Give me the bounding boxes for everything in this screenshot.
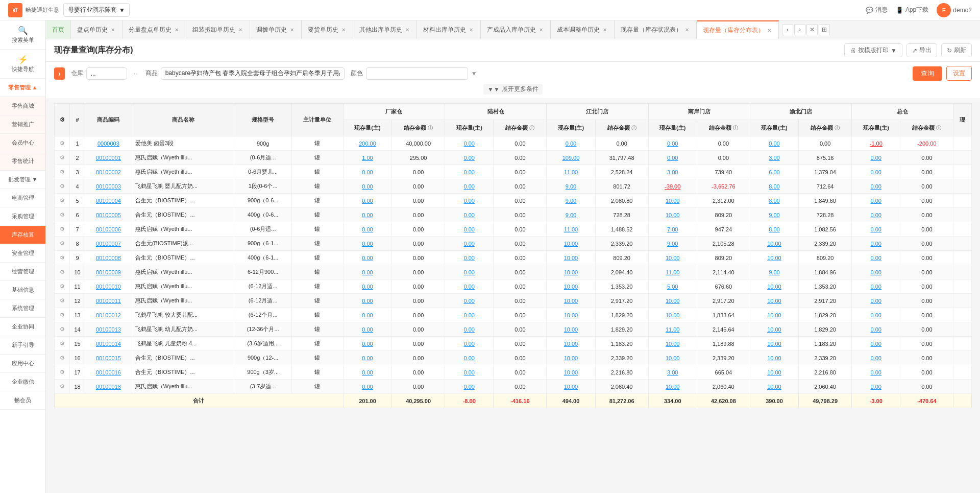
sidebar-item-retail-stats[interactable]: 零售统计 bbox=[0, 152, 45, 171]
sidebar-item-search[interactable]: 🔍 搜索英单 bbox=[0, 20, 45, 50]
sidebar-item-mall[interactable]: 零售商城 bbox=[0, 97, 45, 115]
sidebar-item-nav[interactable]: ⚡ 快捷导航 bbox=[0, 50, 45, 79]
row-factory-qty: 0.00 bbox=[343, 179, 391, 194]
gear-cell[interactable]: ⚙ bbox=[55, 136, 70, 151]
gear-cell[interactable]: ⚙ bbox=[55, 251, 70, 265]
tab-expand-btn[interactable]: ⊞ bbox=[819, 24, 830, 35]
operations-label: 经营管理 bbox=[12, 268, 34, 274]
row-unit: 罐 bbox=[291, 251, 343, 265]
sidebar-item-inventory[interactable]: 库存核算 bbox=[0, 226, 45, 244]
sidebar-item-operations[interactable]: 经营管理 bbox=[0, 263, 45, 281]
gear-cell[interactable]: ⚙ bbox=[55, 308, 70, 322]
close-icon[interactable]: ✕ bbox=[237, 26, 243, 34]
close-icon[interactable]: ✕ bbox=[340, 26, 347, 34]
gear-cell[interactable]: ⚙ bbox=[55, 194, 70, 208]
table-wrapper: ⚙ # 商品编码 商品名称 规格型号 主计量单位 厂家仓 陆村仓 江北门店 南岸… bbox=[46, 99, 980, 493]
industry-selector[interactable]: 母婴行业演示陈套 ▼ bbox=[63, 3, 130, 17]
row-jiangbei-qty: 109.00 bbox=[547, 151, 595, 165]
row-name: 合生元（BIOSTIME）... bbox=[132, 208, 234, 222]
row-total-amt: 0.00 bbox=[900, 265, 953, 279]
gear-cell[interactable]: ⚙ bbox=[55, 222, 70, 237]
row-yubei-amt: 1,082.56 bbox=[799, 222, 852, 237]
sidebar-item-wechat[interactable]: 企业微信 bbox=[0, 373, 45, 391]
tab-stock-dist[interactable]: 现存量（库存分布表） ✕ bbox=[697, 20, 779, 39]
avatar: E bbox=[937, 3, 951, 17]
tab-transfer[interactable]: 调拨单历史 ✕ bbox=[250, 20, 302, 39]
sidebar-item-collab[interactable]: 企业协同 bbox=[0, 318, 45, 336]
row-nanan-amt: 0.00 bbox=[697, 151, 750, 165]
sidebar-item-wholesale[interactable]: 批发管理 ▼ bbox=[0, 171, 45, 189]
tab-cost-adjust[interactable]: 成本调整单历史 ✕ bbox=[551, 20, 615, 39]
close-icon[interactable]: ✕ bbox=[289, 26, 295, 34]
gear-cell[interactable]: ⚙ bbox=[55, 337, 70, 351]
expand-filter-button[interactable]: › bbox=[54, 67, 65, 80]
sidebar-item-member[interactable]: 会员中心 bbox=[0, 134, 45, 152]
message-action[interactable]: 💬 消息 bbox=[866, 6, 888, 14]
close-icon[interactable]: ✕ bbox=[766, 27, 772, 34]
row-total-amt: 0.00 bbox=[900, 365, 953, 380]
row-lu-qty: 0.00 bbox=[445, 208, 494, 222]
close-icon[interactable]: ✕ bbox=[538, 26, 544, 34]
sidebar-item-appstore[interactable]: 应用中心 bbox=[0, 355, 45, 373]
gear-cell[interactable]: ⚙ bbox=[55, 179, 70, 194]
product-input[interactable] bbox=[161, 67, 345, 80]
sidebar-item-vip[interactable]: 畅会员 bbox=[0, 391, 45, 410]
sidebar-item-marketing[interactable]: 营销推广 bbox=[0, 115, 45, 134]
close-icon[interactable]: ✕ bbox=[404, 26, 410, 34]
sidebar-item-label: 搜索英单 bbox=[12, 37, 34, 43]
app-download-action[interactable]: 📱 App下载 bbox=[896, 6, 928, 14]
tab-material-out[interactable]: 材料出库单历史 ✕ bbox=[417, 20, 481, 39]
search-button[interactable]: 查询 bbox=[913, 66, 942, 81]
close-icon[interactable]: ✕ bbox=[468, 26, 474, 34]
close-icon[interactable]: ✕ bbox=[602, 26, 608, 34]
gear-cell[interactable]: ⚙ bbox=[55, 365, 70, 380]
sidebar-item-ecommerce[interactable]: 电商管理 bbox=[0, 189, 45, 207]
row-lu-qty: 0.00 bbox=[445, 351, 494, 365]
close-icon[interactable]: ✕ bbox=[174, 26, 180, 34]
color-input[interactable] bbox=[366, 67, 468, 80]
sidebar-item-purchase[interactable]: 采购管理 bbox=[0, 207, 45, 226]
gear-cell[interactable]: ⚙ bbox=[55, 279, 70, 294]
close-icon[interactable]: ✕ bbox=[110, 26, 116, 34]
sidebar-item-guide[interactable]: 新手引导 bbox=[0, 336, 45, 355]
user-area[interactable]: E demo2 bbox=[937, 3, 972, 17]
gear-cell[interactable]: ⚙ bbox=[55, 294, 70, 308]
tab-home[interactable]: 首页 bbox=[46, 20, 71, 39]
tab-assembly[interactable]: 组装拆卸单历史 ✕ bbox=[186, 20, 250, 39]
tab-partial-check[interactable]: 分量盘点单历史 ✕ bbox=[122, 20, 186, 39]
page-header: 现存量查询(库存分布) 🖨 按模版打印 ▼ ↗ 导出 ↻ 刷新 bbox=[46, 39, 980, 62]
sidebar-item-finance[interactable]: 资金管理 bbox=[0, 244, 45, 263]
tab-prev-btn[interactable]: ‹ bbox=[782, 24, 793, 35]
gear-cell[interactable]: ⚙ bbox=[55, 351, 70, 365]
warehouse-input[interactable] bbox=[86, 67, 127, 80]
expand-conditions-button[interactable]: ▼▼ 展开更多条件 bbox=[483, 84, 543, 95]
export-button[interactable]: ↗ 导出 bbox=[906, 43, 937, 57]
gear-cell[interactable]: ⚙ bbox=[55, 208, 70, 222]
gear-cell[interactable]: ⚙ bbox=[55, 237, 70, 251]
row-factory-amt: 0.00 bbox=[392, 279, 445, 294]
tab-other-out[interactable]: 其他出库单历史 ✕ bbox=[353, 20, 417, 39]
tab-inventory-check[interactable]: 盘点单历史 ✕ bbox=[71, 20, 122, 39]
row-total-amt: 0.00 bbox=[900, 237, 953, 251]
print-button[interactable]: 🖨 按模版打印 ▼ bbox=[844, 43, 902, 57]
gear-cell[interactable]: ⚙ bbox=[55, 165, 70, 179]
warehouse-dots-icon[interactable]: ··· bbox=[130, 70, 139, 77]
sidebar-item-basics[interactable]: 基础信息 bbox=[0, 281, 45, 299]
sidebar-item-system[interactable]: 系统管理 bbox=[0, 299, 45, 318]
refresh-button[interactable]: ↻ 刷新 bbox=[941, 43, 972, 57]
settings-button[interactable]: 设置 bbox=[946, 66, 972, 81]
row-yubei-amt: 809.20 bbox=[799, 251, 852, 265]
gear-cell[interactable]: ⚙ bbox=[55, 265, 70, 279]
row-factory-qty: 0.00 bbox=[343, 380, 391, 394]
tab-close-all-btn[interactable]: ✕ bbox=[806, 24, 818, 35]
gear-cell[interactable]: ⚙ bbox=[55, 151, 70, 165]
tab-order[interactable]: 要货单历史 ✕ bbox=[302, 20, 353, 39]
tab-stock-status[interactable]: 现存量（库存状况表） ✕ bbox=[615, 20, 697, 39]
gear-cell[interactable]: ⚙ bbox=[55, 380, 70, 394]
close-icon[interactable]: ✕ bbox=[684, 26, 690, 34]
tab-product-in[interactable]: 产成品入库单历史 ✕ bbox=[481, 20, 551, 39]
gear-cell[interactable]: ⚙ bbox=[55, 322, 70, 337]
table-row: ⚙ 12 00100011 惠氏启赋（Wyeth illu... (6-12月适… bbox=[55, 294, 972, 308]
sidebar-item-retail[interactable]: 零售管理 ▲ bbox=[0, 79, 45, 97]
tab-next-btn[interactable]: › bbox=[794, 24, 805, 35]
